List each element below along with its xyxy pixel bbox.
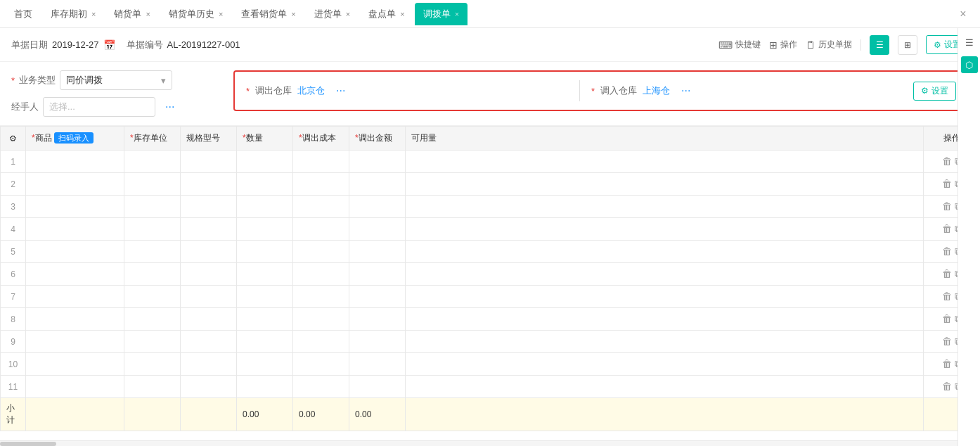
cell-spec[interactable] bbox=[181, 263, 237, 286]
cell-amount[interactable] bbox=[349, 353, 406, 376]
cell-amount[interactable] bbox=[349, 286, 406, 308]
delete-icon[interactable]: 🗑 bbox=[942, 358, 952, 370]
close-view-sales[interactable]: × bbox=[291, 10, 295, 18]
tab-sales-history[interactable]: 销货单历史 × bbox=[160, 3, 231, 25]
delete-icon[interactable]: 🗑 bbox=[942, 291, 952, 302]
cell-spec[interactable] bbox=[181, 376, 237, 398]
close-sales-history[interactable]: × bbox=[219, 10, 223, 18]
business-type-select[interactable]: 同价调拨 ▾ bbox=[60, 70, 172, 90]
shortcut-button[interactable]: ⌨ 快捷键 bbox=[718, 39, 761, 51]
cell-amount[interactable] bbox=[349, 196, 406, 218]
tab-view-sales[interactable]: 查看销货单 × bbox=[233, 3, 304, 25]
cell-available[interactable] bbox=[406, 353, 924, 376]
cell-quantity[interactable] bbox=[237, 308, 293, 331]
warehouse-settings-button[interactable]: ⚙ 设置 bbox=[913, 82, 956, 101]
cell-quantity[interactable] bbox=[237, 241, 293, 263]
cell-product[interactable] bbox=[26, 376, 124, 398]
delete-icon[interactable]: 🗑 bbox=[942, 200, 952, 212]
cell-unit[interactable] bbox=[124, 331, 181, 353]
close-transfer[interactable]: × bbox=[455, 10, 459, 18]
delete-icon[interactable]: 🗑 bbox=[942, 155, 952, 167]
operation-button[interactable]: ⊞ 操作 bbox=[769, 39, 797, 51]
delete-icon[interactable]: 🗑 bbox=[942, 246, 952, 257]
cell-cost[interactable] bbox=[293, 241, 349, 263]
delete-icon[interactable]: 🗑 bbox=[942, 381, 952, 393]
cell-spec[interactable] bbox=[181, 308, 237, 331]
tab-sales-order[interactable]: 销货单 × bbox=[105, 3, 158, 25]
cell-available[interactable] bbox=[406, 263, 924, 286]
cell-unit[interactable] bbox=[124, 151, 181, 173]
close-inventory-init[interactable]: × bbox=[91, 10, 96, 18]
delete-icon[interactable]: 🗑 bbox=[942, 336, 952, 348]
delete-icon[interactable]: 🗑 bbox=[942, 223, 952, 235]
sidebar-export-icon[interactable]: ⬡ bbox=[961, 56, 978, 73]
cell-quantity[interactable] bbox=[237, 331, 293, 353]
cell-spec[interactable] bbox=[181, 331, 237, 353]
handler-more-button[interactable]: ··· bbox=[165, 101, 174, 113]
cell-quantity[interactable] bbox=[237, 151, 293, 173]
cell-cost[interactable] bbox=[293, 331, 349, 353]
cell-product[interactable] bbox=[26, 196, 124, 218]
cell-quantity[interactable] bbox=[237, 196, 293, 218]
scroll-thumb[interactable] bbox=[0, 442, 56, 446]
tab-stocktake[interactable]: 盘点单 × bbox=[360, 3, 413, 25]
handler-select[interactable]: 选择... bbox=[43, 97, 155, 117]
cell-unit[interactable] bbox=[124, 308, 181, 331]
cell-product[interactable] bbox=[26, 241, 124, 263]
tab-purchase[interactable]: 进货单 × bbox=[306, 3, 359, 25]
cell-product[interactable] bbox=[26, 263, 124, 286]
cell-available[interactable] bbox=[406, 196, 924, 218]
cell-available[interactable] bbox=[406, 286, 924, 308]
history-button[interactable]: 🗒 历史单据 bbox=[806, 39, 852, 51]
cell-quantity[interactable] bbox=[237, 353, 293, 376]
cell-cost[interactable] bbox=[293, 308, 349, 331]
cell-spec[interactable] bbox=[181, 241, 237, 263]
sidebar-list-icon[interactable]: ☰ bbox=[961, 34, 978, 51]
cell-unit[interactable] bbox=[124, 196, 181, 218]
close-sales-order[interactable]: × bbox=[146, 10, 150, 18]
cell-available[interactable] bbox=[406, 151, 924, 173]
cell-cost[interactable] bbox=[293, 196, 349, 218]
list-view-button[interactable]: ☰ bbox=[870, 35, 889, 55]
cell-spec[interactable] bbox=[181, 151, 237, 173]
cell-amount[interactable] bbox=[349, 376, 406, 398]
cell-amount[interactable] bbox=[349, 218, 406, 241]
out-warehouse-more-button[interactable]: ··· bbox=[336, 84, 345, 97]
cell-product[interactable] bbox=[26, 308, 124, 331]
cell-quantity[interactable] bbox=[237, 218, 293, 241]
tab-home[interactable]: 首页 bbox=[6, 3, 41, 25]
cell-amount[interactable] bbox=[349, 308, 406, 331]
cell-cost[interactable] bbox=[293, 353, 349, 376]
scan-button[interactable]: 扫码录入 bbox=[54, 132, 94, 144]
grid-view-button[interactable]: ⊞ bbox=[898, 35, 917, 55]
cell-unit[interactable] bbox=[124, 376, 181, 398]
cell-spec[interactable] bbox=[181, 173, 237, 196]
cell-product[interactable] bbox=[26, 173, 124, 196]
cell-cost[interactable] bbox=[293, 173, 349, 196]
cell-available[interactable] bbox=[406, 218, 924, 241]
cell-spec[interactable] bbox=[181, 353, 237, 376]
cell-cost[interactable] bbox=[293, 286, 349, 308]
tab-inventory-init[interactable]: 库存期初 × bbox=[42, 3, 104, 25]
horizontal-scrollbar[interactable] bbox=[0, 440, 980, 446]
close-stocktake[interactable]: × bbox=[400, 10, 404, 18]
cell-spec[interactable] bbox=[181, 218, 237, 241]
cell-amount[interactable] bbox=[349, 151, 406, 173]
cell-unit[interactable] bbox=[124, 353, 181, 376]
cell-quantity[interactable] bbox=[237, 263, 293, 286]
cell-amount[interactable] bbox=[349, 263, 406, 286]
delete-icon[interactable]: 🗑 bbox=[942, 178, 952, 190]
cell-unit[interactable] bbox=[124, 218, 181, 241]
cell-quantity[interactable] bbox=[237, 286, 293, 308]
cell-available[interactable] bbox=[406, 376, 924, 398]
tab-transfer[interactable]: 调拨单 × bbox=[415, 3, 468, 25]
delete-icon[interactable]: 🗑 bbox=[942, 268, 952, 280]
close-purchase[interactable]: × bbox=[346, 10, 350, 18]
cell-cost[interactable] bbox=[293, 218, 349, 241]
cell-available[interactable] bbox=[406, 173, 924, 196]
calendar-icon[interactable]: 📅 bbox=[103, 39, 115, 51]
cell-available[interactable] bbox=[406, 308, 924, 331]
cell-quantity[interactable] bbox=[237, 376, 293, 398]
cell-amount[interactable] bbox=[349, 241, 406, 263]
cell-unit[interactable] bbox=[124, 173, 181, 196]
